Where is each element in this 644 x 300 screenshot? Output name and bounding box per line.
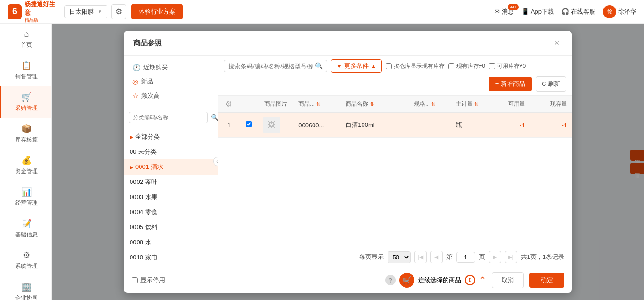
row-stock: -1 xyxy=(530,113,572,138)
nav-right: ✉ 消息 99+ 📱 App下载 🎧 在线客服 徐 徐泽华 xyxy=(495,5,636,18)
quick-recent-btn[interactable]: 🕐 近期购买 xyxy=(129,60,213,75)
modal-close-button[interactable]: × xyxy=(551,37,562,49)
sort-icon-code: ⇅ xyxy=(316,101,320,107)
layout: ⌂ 首页 📋 销售管理 🛒 采购管理 📦 库存核算 💰 资金管理 📊 经营管理 … xyxy=(0,24,644,300)
table-stock-col: 现存量 xyxy=(530,96,572,113)
table-check-col xyxy=(239,96,258,113)
page-suffix: 页 xyxy=(479,253,485,261)
sidebar-label-system: 系统管理 xyxy=(15,262,38,270)
messages-badge: 99+ xyxy=(508,4,519,11)
table-code-col[interactable]: 商品... ⇅ xyxy=(294,96,341,113)
checkbox-warehouse-stock[interactable]: 按仓库显示现有库存 xyxy=(386,62,445,70)
modal-toolbar: 🔍 ▼ 更多条件 ▲ 按仓库显示现有库存 xyxy=(218,56,572,96)
sidebar-item-inventory[interactable]: 📦 库存核算 xyxy=(0,118,51,150)
table-unit-col[interactable]: 主计量 ⇅ xyxy=(451,96,488,113)
page-number-input[interactable] xyxy=(456,252,475,263)
sidebar-label-enterprise: 企业协同 xyxy=(15,294,38,300)
product-search-input[interactable] xyxy=(228,63,313,70)
checkbox-available-input[interactable] xyxy=(489,63,495,69)
per-page-select[interactable]: 50 xyxy=(388,251,411,263)
category-item-0010[interactable]: 0010 家电 xyxy=(124,250,218,265)
category-item-all[interactable]: ▶ 全部分类 xyxy=(124,129,218,144)
quick-new-label: 新品 xyxy=(141,77,153,86)
category-item-0001[interactable]: ▶ 0001 酒水 xyxy=(124,159,218,175)
table-name-col[interactable]: 商品名称 ⇅ xyxy=(341,96,409,113)
quick-new-btn[interactable]: ◎ 新品 xyxy=(129,75,213,89)
show-disabled-input[interactable] xyxy=(132,277,138,283)
cart-label: 连续选择的商品 xyxy=(418,276,461,284)
sidebar-item-home[interactable]: ⌂ 首页 xyxy=(0,24,51,55)
table-row[interactable]: 1 🖼 000600... 白酒100ml 瓶 xyxy=(218,113,572,138)
sidebar-item-sales[interactable]: 📋 销售管理 xyxy=(0,55,51,86)
modal-footer: 显示停用 ? 🛒 连续选择的商品 0 ⌃ 取消 确定 xyxy=(124,267,572,293)
filter-btn-label: 更多条件 xyxy=(344,62,369,70)
online-service-btn[interactable]: 🎧 在线客服 xyxy=(561,8,595,16)
cancel-button[interactable]: 取消 xyxy=(492,272,524,288)
checkbox-available-stock[interactable]: 可用库存≠0 xyxy=(489,62,526,70)
star-icon: ☆ xyxy=(132,92,139,100)
sidebar-item-enterprise[interactable]: 🏢 企业协同 xyxy=(0,276,51,300)
user-area[interactable]: 徐 徐泽华 xyxy=(603,5,636,18)
sidebar-item-finance[interactable]: 💰 资金管理 xyxy=(0,150,51,181)
category-item-0002[interactable]: 0002 茶叶 xyxy=(124,175,218,190)
category-item-0003[interactable]: 0003 水果 xyxy=(124,190,218,205)
sort-icon-spec: ⇅ xyxy=(431,101,435,107)
help-icon[interactable]: ? xyxy=(385,275,396,285)
category-item-0005[interactable]: 0005 饮料 xyxy=(124,220,218,235)
search-icon[interactable]: 🔍 xyxy=(315,62,323,70)
row-checkbox-cell[interactable] xyxy=(239,113,258,138)
trial-button[interactable]: 体验行业方案 xyxy=(131,4,183,19)
show-disabled-checkbox[interactable]: 显示停用 xyxy=(132,276,165,284)
checkbox-existing-input[interactable] xyxy=(448,63,454,69)
checkbox-existing-stock[interactable]: 现有库存≠0 xyxy=(448,62,485,70)
sidebar-item-basics[interactable]: 📝 基础信息 xyxy=(0,213,51,244)
table-settings-col[interactable]: ⚙ xyxy=(218,96,239,113)
sidebar-label-operations: 经营管理 xyxy=(15,199,38,207)
category-item-00[interactable]: 00 未分类 xyxy=(124,144,218,159)
checkbox-warehouse-input[interactable] xyxy=(386,63,392,69)
quick-frequent-label: 频次高 xyxy=(141,92,160,100)
category-item-0008[interactable]: 0008 水 xyxy=(124,235,218,250)
confirm-button[interactable]: 确定 xyxy=(529,273,564,288)
system-icon: ⚙ xyxy=(23,250,30,260)
first-page-button[interactable]: |◀ xyxy=(414,251,427,263)
refresh-button[interactable]: C 刷新 xyxy=(536,76,566,92)
add-product-button[interactable]: + 新增商品 xyxy=(489,77,532,91)
prev-page-button[interactable]: ◀ xyxy=(430,251,443,263)
checkbox-warehouse-label: 按仓库显示现有库存 xyxy=(394,62,445,70)
message-icon: ✉ xyxy=(495,8,500,15)
cart-icon[interactable]: 🛒 xyxy=(399,273,414,288)
last-page-button[interactable]: ▶| xyxy=(505,251,517,263)
more-filter-button[interactable]: ▼ 更多条件 ▲ xyxy=(331,59,382,73)
modal-body: 🕐 近期购买 ◎ 新品 ☆ 频次高 xyxy=(124,56,572,267)
product-table-wrapper: ⚙ 商品图片 商品... ⇅ 商品名称 xyxy=(218,96,572,247)
sidebar-label-sales: 销售管理 xyxy=(15,73,38,81)
category-search-input[interactable] xyxy=(129,112,208,123)
messages-btn[interactable]: ✉ 消息 99+ xyxy=(495,8,514,16)
next-page-button[interactable]: ▶ xyxy=(489,251,501,263)
per-page-label: 每页显示 xyxy=(359,253,384,261)
sidebar-item-operations[interactable]: 📊 经营管理 xyxy=(0,181,51,213)
user-name: 徐泽华 xyxy=(618,8,636,16)
product-reference-modal: 商品参照 × 🕐 近期购买 ◎ xyxy=(124,31,572,293)
row-checkbox[interactable] xyxy=(246,121,252,127)
settings-icon[interactable]: ⚙ xyxy=(111,4,126,19)
app-download-btn[interactable]: 📱 App下载 xyxy=(521,8,554,16)
operations-icon: 📊 xyxy=(21,187,32,197)
category-item-0004[interactable]: 0004 零食 xyxy=(124,205,218,220)
sidebar-item-system[interactable]: ⚙ 系统管理 xyxy=(0,244,51,276)
total-records-label: 共1页，1条记录 xyxy=(521,253,564,261)
table-spec-col[interactable]: 规格... ⇅ xyxy=(409,96,451,113)
sidebar-label-basics: 基础信息 xyxy=(15,231,38,239)
store-selector[interactable]: 日太阳膜 ▼ xyxy=(64,5,107,18)
row-unit: 瓶 xyxy=(451,113,488,138)
sidebar: ⌂ 首页 📋 销售管理 🛒 采购管理 📦 库存核算 💰 资金管理 📊 经营管理 … xyxy=(0,24,52,300)
quick-frequent-btn[interactable]: ☆ 频次高 xyxy=(129,89,213,103)
collapse-cart-icon[interactable]: ⌃ xyxy=(479,275,486,285)
category-search-area: 🔍 xyxy=(124,108,218,127)
table-avail-col: 可用量 xyxy=(488,96,530,113)
product-search-box: 🔍 xyxy=(224,60,327,72)
category-search-icon[interactable]: 🔍 xyxy=(211,114,218,121)
sidebar-item-purchase[interactable]: 🛒 采购管理 xyxy=(0,86,51,118)
row-img-cell: 🖼 xyxy=(258,113,294,138)
